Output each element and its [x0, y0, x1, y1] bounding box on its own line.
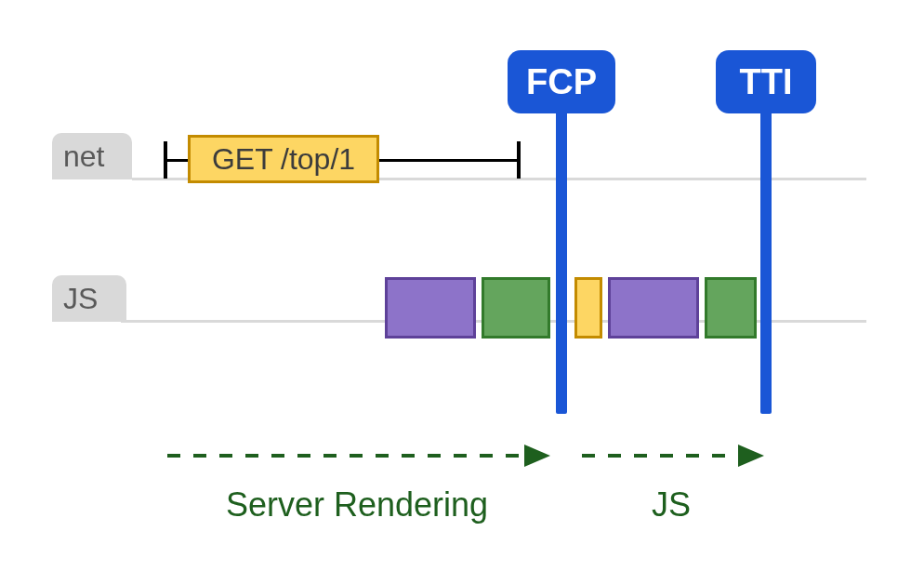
phase-label-js: JS — [582, 485, 760, 525]
phase-label-server: Server Rendering — [167, 485, 547, 525]
timeline-diagram: net GET /top/1 JS FCP TTI Server Renderi… — [0, 0, 924, 571]
